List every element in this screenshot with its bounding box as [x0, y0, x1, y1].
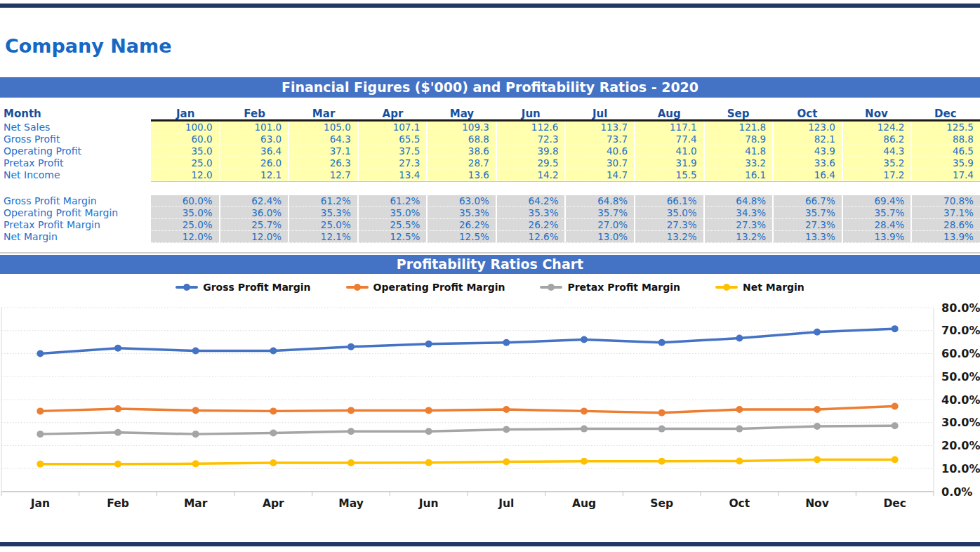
table-cell[interactable]: 66.1% [634, 195, 703, 207]
table-cell[interactable]: 12.1 [219, 169, 289, 181]
table-cell[interactable]: 64.3 [288, 133, 357, 145]
table-cell[interactable]: 35.0 [151, 145, 219, 157]
table-cell[interactable]: 35.7% [842, 207, 911, 219]
table-cell[interactable]: 31.9 [634, 157, 703, 169]
table-cell[interactable]: 37.1 [288, 145, 357, 157]
month-header-cell[interactable]: Mar [289, 107, 358, 120]
table-cell[interactable]: 36.4 [219, 145, 289, 157]
row-label[interactable]: Operating Profit Margin [0, 207, 151, 219]
table-cell[interactable]: 27.3% [634, 219, 703, 231]
table-cell[interactable]: 25.0 [151, 157, 219, 169]
month-header-cell[interactable]: Jan [151, 107, 220, 120]
table-cell[interactable]: 26.0 [219, 157, 289, 169]
table-cell[interactable]: 13.2% [634, 231, 703, 243]
month-header-cell[interactable]: Apr [358, 107, 427, 120]
table-cell[interactable]: 37.1% [911, 207, 980, 219]
table-cell[interactable]: 101.0 [219, 121, 289, 133]
table-cell[interactable]: 46.5 [911, 145, 980, 157]
table-cell[interactable]: 35.9 [911, 157, 980, 169]
table-cell[interactable]: 12.5% [357, 231, 427, 243]
table-cell[interactable]: 13.9% [911, 231, 980, 243]
table-cell[interactable]: 27.3 [357, 157, 427, 169]
table-cell[interactable]: 35.7% [564, 207, 634, 219]
month-header-cell[interactable]: Oct [773, 107, 842, 120]
table-cell[interactable]: 66.7% [772, 195, 842, 207]
table-cell[interactable]: 125.5 [911, 121, 980, 133]
table-cell[interactable]: 63.0 [219, 133, 289, 145]
month-header-cell[interactable]: Sep [703, 107, 772, 120]
month-header-cell[interactable]: Aug [635, 107, 703, 120]
table-cell[interactable]: 12.0% [219, 231, 289, 243]
table-cell[interactable]: 100.0 [151, 121, 219, 133]
table-cell[interactable]: 27.3% [703, 219, 773, 231]
table-cell[interactable]: 38.6 [426, 145, 496, 157]
table-cell[interactable]: 13.6 [426, 169, 496, 181]
table-cell[interactable]: 64.2% [496, 195, 565, 207]
table-cell[interactable]: 113.7 [564, 121, 634, 133]
table-cell[interactable]: 13.3% [772, 231, 842, 243]
table-cell[interactable]: 121.8 [703, 121, 773, 133]
table-cell[interactable]: 107.1 [357, 121, 427, 133]
table-cell[interactable]: 17.2 [842, 169, 911, 181]
month-header-cell[interactable]: Jul [566, 107, 635, 120]
table-cell[interactable]: 64.8% [564, 195, 634, 207]
month-header-cell[interactable]: Nov [842, 107, 911, 120]
table-cell[interactable]: 15.5 [634, 169, 703, 181]
table-cell[interactable]: 41.8 [703, 145, 773, 157]
table-cell[interactable]: 13.4 [357, 169, 427, 181]
table-cell[interactable]: 41.0 [634, 145, 703, 157]
table-cell[interactable]: 68.8 [426, 133, 496, 145]
table-cell[interactable]: 35.0% [634, 207, 703, 219]
table-cell[interactable]: 13.9% [842, 231, 911, 243]
table-cell[interactable]: 112.6 [496, 121, 565, 133]
table-cell[interactable]: 28.4% [842, 219, 911, 231]
table-cell[interactable]: 69.4% [842, 195, 911, 207]
table-cell[interactable]: 62.4% [219, 195, 289, 207]
table-cell[interactable]: 27.3% [772, 219, 842, 231]
table-cell[interactable]: 35.0% [151, 207, 219, 219]
table-cell[interactable]: 35.0% [357, 207, 427, 219]
table-cell[interactable]: 16.4 [772, 169, 842, 181]
table-cell[interactable]: 12.0 [151, 169, 219, 181]
row-label[interactable]: Gross Profit Margin [0, 195, 151, 207]
row-label[interactable]: Net Income [0, 169, 151, 181]
table-cell[interactable]: 60.0 [151, 133, 219, 145]
month-header-cell[interactable]: Jun [496, 107, 565, 120]
table-cell[interactable]: 12.1% [288, 231, 357, 243]
table-cell[interactable]: 13.2% [703, 231, 773, 243]
table-cell[interactable]: 77.4 [634, 133, 703, 145]
table-cell[interactable]: 16.1 [703, 169, 773, 181]
table-cell[interactable]: 12.5% [426, 231, 496, 243]
table-cell[interactable]: 26.2% [496, 219, 565, 231]
table-cell[interactable]: 33.2 [703, 157, 773, 169]
table-cell[interactable]: 25.0% [288, 219, 357, 231]
table-cell[interactable]: 43.9 [772, 145, 842, 157]
table-cell[interactable]: 25.7% [219, 219, 289, 231]
row-label[interactable]: Gross Profit [0, 133, 151, 145]
table-cell[interactable]: 39.8 [496, 145, 565, 157]
row-label[interactable]: Pretax Profit Margin [0, 219, 151, 231]
table-cell[interactable]: 73.7 [564, 133, 634, 145]
month-header-cell[interactable]: Dec [911, 107, 980, 120]
table-cell[interactable]: 109.3 [426, 121, 496, 133]
month-header-cell[interactable]: May [428, 107, 496, 120]
row-label[interactable]: Net Margin [0, 231, 151, 243]
table-cell[interactable]: 61.2% [357, 195, 427, 207]
table-cell[interactable]: 34.3% [703, 207, 773, 219]
row-label[interactable]: Net Sales [0, 121, 151, 133]
table-cell[interactable]: 12.7 [288, 169, 357, 181]
table-cell[interactable]: 26.2% [426, 219, 496, 231]
table-cell[interactable]: 36.0% [219, 207, 289, 219]
table-cell[interactable]: 70.8% [911, 195, 980, 207]
table-cell[interactable]: 35.2 [842, 157, 911, 169]
table-cell[interactable]: 105.0 [288, 121, 357, 133]
table-cell[interactable]: 44.3 [842, 145, 911, 157]
table-cell[interactable]: 35.3% [496, 207, 565, 219]
table-cell[interactable]: 17.4 [911, 169, 980, 181]
table-cell[interactable]: 64.8% [703, 195, 773, 207]
table-cell[interactable]: 86.2 [842, 133, 911, 145]
table-cell[interactable]: 88.8 [911, 133, 980, 145]
table-cell[interactable]: 14.7 [564, 169, 634, 181]
table-cell[interactable]: 117.1 [634, 121, 703, 133]
table-cell[interactable]: 25.0% [151, 219, 219, 231]
